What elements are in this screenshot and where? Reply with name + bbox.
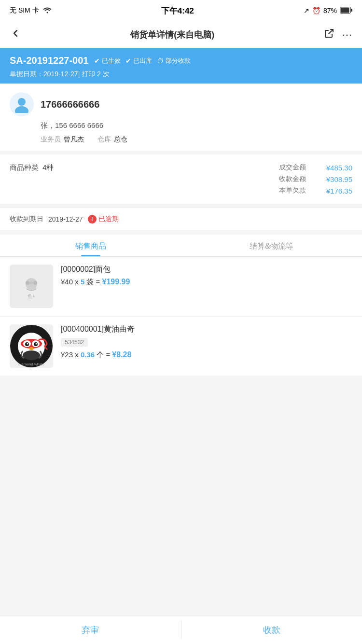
bottom-bar: 弃审 收款 bbox=[0, 615, 362, 644]
total-highlight-2: ¥8.28 bbox=[112, 350, 131, 359]
location-icon: ↗ bbox=[304, 7, 309, 14]
status-time: 下午4:42 bbox=[161, 5, 194, 16]
product-thumb-2: diamond whale bbox=[10, 324, 53, 368]
badge-partial: ⏱ 部分收款 bbox=[157, 56, 191, 65]
badge-shipped: ✔ 已出库 bbox=[125, 56, 152, 65]
avatar bbox=[10, 92, 34, 116]
share-icon[interactable] bbox=[324, 28, 334, 41]
back-button[interactable] bbox=[10, 28, 21, 42]
svg-point-4 bbox=[15, 106, 28, 113]
status-right: ↗ ⏰ 87% bbox=[304, 7, 352, 15]
clock-icon: ⏱ bbox=[157, 57, 164, 65]
due-section: 收款到期日 2019-12-27 ! 已逾期 bbox=[0, 208, 362, 231]
stat-debt: 本单欠款 ¥176.35 bbox=[279, 186, 352, 195]
badge-activated: ✔ 已生效 bbox=[94, 56, 121, 65]
confirm-button[interactable]: 收款 bbox=[181, 616, 362, 644]
svg-point-6 bbox=[26, 281, 29, 285]
more-icon[interactable]: ··· bbox=[342, 28, 352, 41]
product-name-2: [000400001]黄油曲奇 bbox=[61, 324, 352, 335]
due-label: 收款到期日 bbox=[10, 215, 43, 224]
page-title: 销货单详情(来自电脑) bbox=[130, 29, 214, 41]
total-highlight-1: ¥199.99 bbox=[102, 278, 130, 286]
battery-text: 87% bbox=[323, 7, 337, 14]
tab-active-indicator bbox=[81, 255, 100, 256]
meta-warehouse: 仓库 总仓 bbox=[97, 135, 127, 144]
stats-right: 成交金额 ¥485.30 收款金额 ¥308.95 本单欠款 ¥176.35 bbox=[279, 163, 352, 195]
svg-point-7 bbox=[33, 281, 37, 285]
banner-date-row: 单据日期：2019-12-27| 打印 2 次 bbox=[10, 70, 352, 79]
overdue-text: 已逾期 bbox=[98, 215, 119, 224]
customer-section: 17666666666 张，156 6666 6666 业务员 曾凡杰 仓库 总… bbox=[0, 84, 362, 151]
svg-point-3 bbox=[18, 98, 26, 106]
product-price-2: ¥23 x 0.36 个 = ¥8.28 bbox=[61, 350, 352, 360]
svg-text:鱼+: 鱼+ bbox=[28, 294, 35, 299]
svg-point-17 bbox=[27, 343, 28, 345]
overdue-badge: ! 已逾期 bbox=[88, 215, 119, 224]
product-list: 鱼+ [0000002]面包 ¥40 x 5 袋 = ¥199.99 bbox=[0, 257, 362, 376]
stats-left: 商品种类 4种 bbox=[10, 163, 54, 172]
stats-section: 商品种类 4种 成交金额 ¥485.30 收款金额 ¥308.95 本单欠款 ¥… bbox=[0, 154, 362, 204]
header-banner: SA-20191227-001 ✔ 已生效 ✔ 已出库 ⏱ 部分收款 单据日期：… bbox=[0, 48, 362, 84]
product-tag-2: 534532 bbox=[61, 338, 88, 347]
svg-rect-1 bbox=[351, 9, 352, 12]
stat-collection: 收款金额 ¥308.95 bbox=[279, 175, 352, 183]
list-item: diamond whale [000400001]黄油曲奇 534532 ¥23… bbox=[0, 317, 362, 376]
wifi-icon bbox=[43, 7, 52, 15]
svg-point-18 bbox=[36, 343, 37, 345]
svg-rect-2 bbox=[340, 7, 349, 13]
product-name-1: [0000002]面包 bbox=[61, 265, 352, 275]
svg-point-19 bbox=[29, 347, 34, 350]
svg-point-20 bbox=[23, 350, 40, 360]
list-item: 鱼+ [0000002]面包 ¥40 x 5 袋 = ¥199.99 bbox=[0, 257, 362, 316]
svg-text:diamond whale: diamond whale bbox=[18, 362, 44, 366]
product-details-1: [0000002]面包 ¥40 x 5 袋 = ¥199.99 bbox=[61, 265, 352, 287]
carrier-text: 无 SIM 卡 bbox=[10, 6, 39, 15]
cancel-button[interactable]: 弃审 bbox=[0, 616, 181, 644]
tab-products[interactable]: 销售商品 bbox=[0, 235, 181, 256]
tab-settlement[interactable]: 结算&物流等 bbox=[181, 235, 362, 256]
svg-point-8 bbox=[29, 281, 34, 284]
overdue-dot-icon: ! bbox=[88, 215, 97, 224]
product-details-2: [000400001]黄油曲奇 534532 ¥23 x 0.36 个 = ¥8… bbox=[61, 324, 352, 360]
qty-highlight-2: 0.36 bbox=[81, 350, 95, 359]
order-id: SA-20191227-001 bbox=[10, 55, 88, 66]
customer-phone-main: 17666666666 bbox=[41, 99, 99, 110]
status-left: 无 SIM 卡 bbox=[10, 6, 52, 15]
battery-icon bbox=[340, 7, 352, 15]
stats-row: 商品种类 4种 成交金额 ¥485.30 收款金额 ¥308.95 本单欠款 ¥… bbox=[10, 163, 352, 195]
status-bar: 无 SIM 卡 下午4:42 ↗ ⏰ 87% bbox=[0, 0, 362, 21]
qty-highlight-1: 5 bbox=[81, 278, 84, 286]
alarm-icon: ⏰ bbox=[312, 7, 320, 14]
header-badges: ✔ 已生效 ✔ 已出库 ⏱ 部分收款 bbox=[94, 56, 191, 65]
nav-actions: ··· bbox=[324, 28, 352, 41]
meta-sales: 业务员 曾凡杰 bbox=[41, 135, 84, 144]
stat-transaction: 成交金额 ¥485.30 bbox=[279, 163, 352, 172]
customer-sub-info: 张，156 6666 6666 bbox=[41, 121, 352, 132]
customer-meta: 业务员 曾凡杰 仓库 总仓 bbox=[41, 135, 352, 144]
tabs-section: 销售商品 结算&物流等 bbox=[0, 235, 362, 257]
check-icon-2: ✔ bbox=[125, 57, 131, 65]
product-thumb-1: 鱼+ bbox=[10, 265, 53, 308]
due-date-value: 2019-12-27 bbox=[48, 215, 83, 223]
nav-bar: 销货单详情(来自电脑) ··· bbox=[0, 21, 362, 48]
product-price-1: ¥40 x 5 袋 = ¥199.99 bbox=[61, 278, 352, 287]
check-icon-1: ✔ bbox=[94, 57, 100, 65]
customer-top: 17666666666 bbox=[10, 92, 352, 116]
